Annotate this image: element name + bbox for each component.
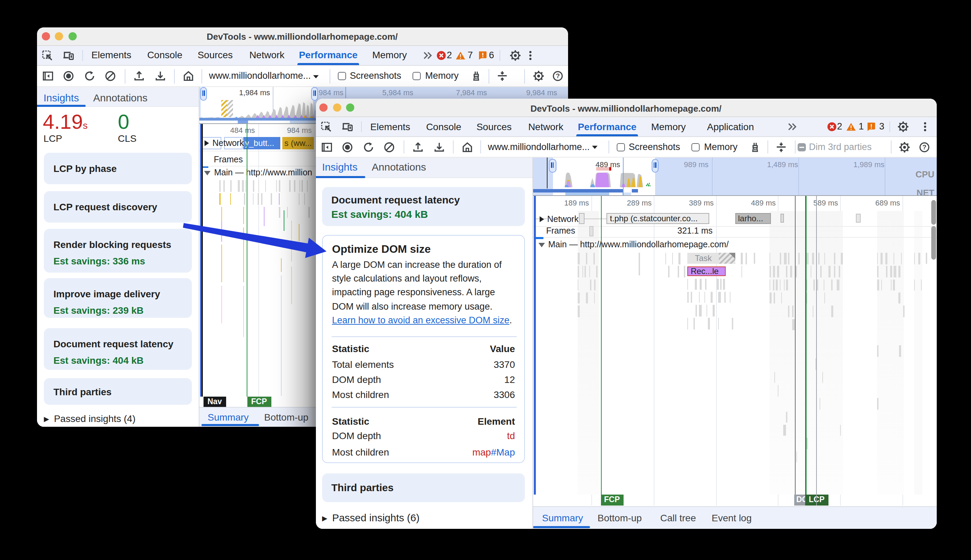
svg-text:?: ? <box>556 72 560 80</box>
svg-text:?: ? <box>922 143 926 150</box>
